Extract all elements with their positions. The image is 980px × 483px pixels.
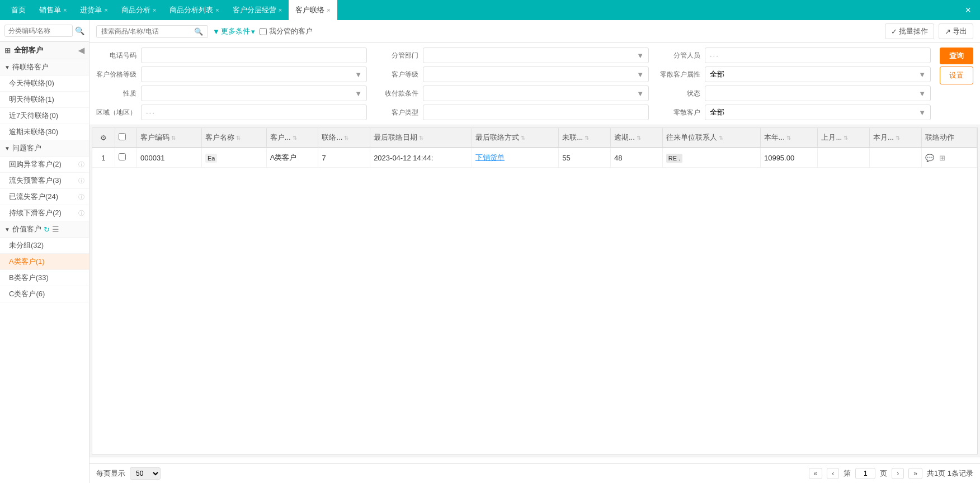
action-link-icon[interactable]: ⊞ <box>939 154 945 162</box>
td-last-contact-method: 下销货单 <box>472 148 558 168</box>
sort-icon-name[interactable]: ⇅ <box>236 135 241 141</box>
nav-customer-contact-label: 客户联络 <box>295 0 324 20</box>
sort-icon-overdue[interactable]: ⇅ <box>637 135 641 141</box>
filter-scatter-attr-value: 全部 <box>710 69 724 79</box>
filter-customer-type-input[interactable] <box>423 105 649 120</box>
nav-sales[interactable]: 销售单 × <box>32 0 73 20</box>
filter-price-level-input[interactable]: ▼ <box>141 67 367 82</box>
sidebar-item-today[interactable]: 今天待联络(0) <box>0 75 89 92</box>
settings-icon[interactable]: ☰ <box>52 225 59 234</box>
nav-customer-tier-label: 客户分层经营 <box>233 0 276 20</box>
filter-customer-level-input[interactable]: ▼ <box>423 67 649 82</box>
sidebar-item-7days-label: 近7天待联络(0) <box>9 111 84 121</box>
nav-analysis-list[interactable]: 商品分析列表 × <box>163 0 225 20</box>
sidebar-group-pending[interactable]: ▼ 待联络客户 <box>0 59 89 75</box>
select-all-checkbox[interactable] <box>119 133 126 140</box>
my-customers-checkbox[interactable] <box>260 28 267 35</box>
filter-scatter-attr-input[interactable]: 全部 ▼ <box>705 67 931 82</box>
settings-button[interactable]: 设置 <box>940 67 973 84</box>
nav-customer-contact[interactable]: 客户联络 × <box>289 0 337 20</box>
sidebar-collapse-button[interactable]: ◀ <box>78 46 84 55</box>
sort-icon-no-contact[interactable]: ⇅ <box>585 135 589 141</box>
sort-icon-this-month[interactable]: ⇅ <box>896 135 900 141</box>
first-page-button[interactable]: « <box>809 468 823 479</box>
sidebar-group-value[interactable]: ▼ 价值客户 ↻ ☰ <box>0 221 89 238</box>
batch-operations-button[interactable]: ✓ 批量操作 <box>885 23 934 39</box>
td-customer-type: A类客户 <box>266 148 318 168</box>
table-header-row: ⚙ 客户编码 ⇅ 客户名称 <box>92 128 977 148</box>
horizontal-scrollbar[interactable] <box>89 457 980 463</box>
sidebar-item-churn-warning[interactable]: 流失预警客户(3) ⓘ <box>0 173 89 189</box>
sidebar-item-abnormal[interactable]: 回购异常客户(2) ⓘ <box>0 157 89 173</box>
td-actions: 💬 ⊞ <box>921 148 977 168</box>
filter-region-label: 区域（地区） <box>96 108 141 117</box>
filter-payment-input[interactable]: ▼ <box>423 86 649 101</box>
filter-row-4: 区域（地区） ··· 客户类型 <box>96 105 931 120</box>
filter-scatter-input[interactable]: 全部 ▼ <box>705 105 931 120</box>
filter-person-input[interactable]: ··· <box>705 48 931 63</box>
filter-dept-input[interactable]: ▼ <box>423 48 649 63</box>
dept-dropdown-arrow: ▼ <box>637 51 644 60</box>
filter-region-input[interactable]: ··· <box>141 105 367 120</box>
nav-purchase-close[interactable]: × <box>104 0 107 20</box>
sidebar-search-icon: 🔍 <box>75 26 84 35</box>
filter-phone-input[interactable] <box>141 48 367 63</box>
sidebar-item-class-c[interactable]: C类客户(6) <box>0 286 89 302</box>
row-checkbox[interactable] <box>119 153 126 160</box>
filter-scatter-value: 全部 <box>710 107 724 117</box>
next-page-button[interactable]: › <box>892 468 904 479</box>
sidebar-search-input[interactable] <box>4 25 73 37</box>
sidebar-item-class-b[interactable]: B类客户(33) <box>0 270 89 286</box>
filter-more-chevron: ▾ <box>251 27 255 36</box>
td-contact-count: 7 <box>318 148 370 168</box>
query-button[interactable]: 查询 <box>940 48 973 64</box>
nav-customer-tier-close[interactable]: × <box>279 0 282 20</box>
gear-icon[interactable]: ⚙ <box>100 134 107 142</box>
all-customers-header[interactable]: ⊞ 全部客户 ◀ <box>0 42 89 59</box>
nav-purchase[interactable]: 进货单 × <box>73 0 114 20</box>
nav-customer-tier[interactable]: 客户分层经营 × <box>226 0 289 20</box>
refresh-icon[interactable]: ↻ <box>44 225 50 234</box>
contact-method-link[interactable]: 下销货单 <box>475 153 505 162</box>
sidebar-item-overdue-contact[interactable]: 逾期未联络(30) <box>0 124 89 140</box>
filter-nature-input[interactable]: ▼ <box>141 86 367 101</box>
nav-analysis-list-close[interactable]: × <box>215 0 219 20</box>
sort-icon-code[interactable]: ⇅ <box>171 135 176 141</box>
nav-analysis-close[interactable]: × <box>153 0 156 20</box>
filter-my-customers[interactable]: 我分管的客户 <box>260 26 313 36</box>
filter-more-conditions[interactable]: ▼ 更多条件 ▾ <box>213 26 255 36</box>
filter-status-input[interactable]: ▼ <box>705 86 931 101</box>
per-page-select[interactable]: 50 100 200 <box>130 467 161 480</box>
sidebar-item-class-a[interactable]: A类客户(1) <box>0 254 89 270</box>
prev-page-button[interactable]: ‹ <box>827 468 839 479</box>
sort-icon-method[interactable]: ⇅ <box>521 135 525 141</box>
sort-icon-year[interactable]: ⇅ <box>786 135 791 141</box>
sort-icon-date[interactable]: ⇅ <box>419 135 423 141</box>
sidebar-item-tomorrow[interactable]: 明天待联络(1) <box>0 92 89 108</box>
th-last-contact-date-label: 最后联络日期 <box>374 132 417 143</box>
contacts-badge: RE . <box>666 154 682 163</box>
nav-analysis[interactable]: 商品分析 × <box>115 0 163 20</box>
filter-search-input[interactable] <box>101 27 192 35</box>
export-button[interactable]: ↗ 导出 <box>939 23 973 39</box>
nav-sales-close[interactable]: × <box>63 0 67 20</box>
sort-icon-type[interactable]: ⇅ <box>293 135 297 141</box>
nav-customer-contact-close[interactable]: × <box>327 0 330 20</box>
sidebar-item-7days[interactable]: 近7天待联络(0) <box>0 108 89 124</box>
sort-icon-contact[interactable]: ⇅ <box>344 135 348 141</box>
filter-nature: 性质 ▼ <box>96 86 367 101</box>
sidebar-item-declining[interactable]: 持续下滑客户(2) ⓘ <box>0 205 89 221</box>
th-overdue-label: 逾期... <box>614 132 635 143</box>
sort-icon-contacts[interactable]: ⇅ <box>719 135 723 141</box>
sort-icon-last-month[interactable]: ⇅ <box>844 135 848 141</box>
sidebar-item-ungrouped[interactable]: 未分组(32) <box>0 238 89 254</box>
sidebar-group-problem[interactable]: ▼ 问题客户 <box>0 140 89 157</box>
nav-home[interactable]: 首页 <box>4 0 32 20</box>
action-chat-icon[interactable]: 💬 <box>925 154 934 162</box>
window-close-button[interactable]: × <box>960 4 976 16</box>
sidebar-item-churned[interactable]: 已流失客户(24) ⓘ <box>0 189 89 205</box>
page-number-input[interactable] <box>855 468 875 479</box>
th-this-month-label: 本月... <box>873 132 894 143</box>
filter-scatter: 零散客户 全部 ▼ <box>660 105 931 120</box>
last-page-button[interactable]: » <box>908 468 922 479</box>
